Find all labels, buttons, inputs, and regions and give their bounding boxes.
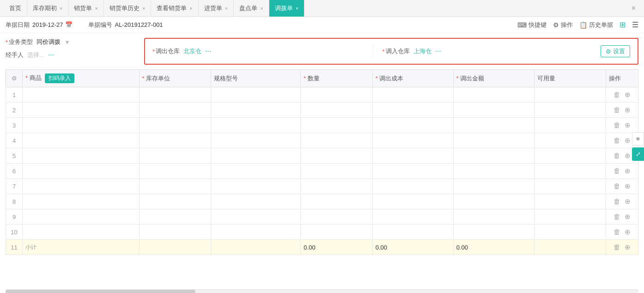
side-list-btn[interactable]: ≡ <box>632 132 644 146</box>
row-qty-cell[interactable] <box>301 103 372 118</box>
history-action[interactable]: 📋 历史单据 <box>579 21 613 29</box>
tab-sales-order[interactable]: 销货单 × <box>68 0 103 17</box>
handler-input[interactable]: 选择... <box>27 51 44 59</box>
tab-inventory-init-close[interactable]: × <box>60 6 62 11</box>
tab-inventory-init[interactable]: 库存期初 × <box>27 0 68 17</box>
row-copy-icon[interactable]: ⊕ <box>625 197 631 205</box>
row-cost-cell[interactable] <box>372 133 453 148</box>
table-gear-icon[interactable]: ⚙ <box>12 75 17 82</box>
subtotal-delete-icon[interactable]: 🗑 <box>614 243 620 251</box>
row-product-cell[interactable] <box>23 103 140 118</box>
row-unit-cell[interactable] <box>139 148 211 164</box>
row-qty-cell[interactable] <box>301 118 372 133</box>
row-qty-cell[interactable] <box>301 179 372 194</box>
tab-transfer-order-close[interactable]: × <box>296 6 298 11</box>
row-delete-icon[interactable]: 🗑 <box>614 213 620 220</box>
row-unit-cell[interactable] <box>139 118 211 133</box>
shortcut-action[interactable]: ⌨ 快捷键 <box>517 21 547 29</box>
row-product-cell[interactable] <box>23 87 140 103</box>
row-spec-cell[interactable] <box>211 209 301 225</box>
row-cost-cell[interactable] <box>372 118 453 133</box>
row-unit-cell[interactable] <box>139 103 211 118</box>
row-delete-icon[interactable]: 🗑 <box>614 182 620 190</box>
list-view-icon[interactable]: ☰ <box>632 20 638 29</box>
row-product-cell[interactable] <box>23 209 140 225</box>
row-amount-cell[interactable] <box>453 209 534 225</box>
row-unit-cell[interactable] <box>139 179 211 194</box>
row-qty-cell[interactable] <box>301 87 372 103</box>
row-spec-cell[interactable] <box>211 133 301 148</box>
row-copy-icon[interactable]: ⊕ <box>625 152 631 159</box>
row-amount-cell[interactable] <box>453 194 534 209</box>
row-spec-cell[interactable] <box>211 148 301 164</box>
row-spec-cell[interactable] <box>211 118 301 133</box>
row-product-cell[interactable] <box>23 164 140 179</box>
row-delete-icon[interactable]: 🗑 <box>614 106 620 114</box>
handler-more-icon[interactable]: ··· <box>48 51 54 59</box>
in-warehouse-more-icon[interactable]: ··· <box>435 47 441 55</box>
row-unit-cell[interactable] <box>139 133 211 148</box>
row-product-cell[interactable] <box>23 148 140 164</box>
row-cost-cell[interactable] <box>372 194 453 209</box>
subtotal-copy-icon[interactable]: ⊕ <box>625 243 631 251</box>
biz-type-value[interactable]: 同价调拨 <box>36 38 61 46</box>
row-unit-cell[interactable] <box>139 209 211 225</box>
row-qty-cell[interactable] <box>301 209 372 225</box>
doc-date-value[interactable]: 2019-12-27 <box>32 21 63 28</box>
warehouse-settings-btn[interactable]: ⚙ 设置 <box>601 45 630 57</box>
row-qty-cell[interactable] <box>301 194 372 209</box>
row-spec-cell[interactable] <box>211 87 301 103</box>
side-expand-btn[interactable]: ⤢ <box>632 147 644 161</box>
in-warehouse-value[interactable]: 上海仓 <box>413 47 431 55</box>
row-delete-icon[interactable]: 🗑 <box>614 152 620 159</box>
row-amount-cell[interactable] <box>453 87 534 103</box>
row-cost-cell[interactable] <box>372 103 453 118</box>
row-spec-cell[interactable] <box>211 164 301 179</box>
tab-transfer-order[interactable]: 调拨单 × <box>269 0 304 17</box>
out-warehouse-value[interactable]: 北京仓 <box>183 47 201 55</box>
row-copy-icon[interactable]: ⊕ <box>625 182 631 190</box>
row-spec-cell[interactable] <box>211 194 301 209</box>
row-product-cell[interactable] <box>23 225 140 240</box>
row-unit-cell[interactable] <box>139 194 211 209</box>
row-unit-cell[interactable] <box>139 225 211 240</box>
out-warehouse-more-icon[interactable]: ··· <box>205 47 211 55</box>
horizontal-scrollbar[interactable] <box>6 289 638 293</box>
tab-home[interactable]: 首页 <box>4 0 27 17</box>
row-amount-cell[interactable] <box>453 164 534 179</box>
row-copy-icon[interactable]: ⊕ <box>625 167 631 175</box>
row-unit-cell[interactable] <box>139 164 211 179</box>
row-amount-cell[interactable] <box>453 133 534 148</box>
row-delete-icon[interactable]: 🗑 <box>614 136 620 144</box>
row-cost-cell[interactable] <box>372 87 453 103</box>
row-cost-cell[interactable] <box>372 179 453 194</box>
row-copy-icon[interactable]: ⊕ <box>625 91 631 98</box>
tab-sales-history[interactable]: 销货单历史 × <box>104 0 151 17</box>
operations-action[interactable]: ⚙ 操作 <box>553 21 573 29</box>
row-delete-icon[interactable]: 🗑 <box>614 121 620 129</box>
row-copy-icon[interactable]: ⊕ <box>625 136 631 144</box>
row-spec-cell[interactable] <box>211 179 301 194</box>
row-delete-icon[interactable]: 🗑 <box>614 167 620 175</box>
grid-view-icon[interactable]: ⊞ <box>620 20 626 29</box>
tab-view-sales-close[interactable]: × <box>189 6 192 11</box>
row-cost-cell[interactable] <box>372 225 453 240</box>
row-amount-cell[interactable] <box>453 179 534 194</box>
row-product-cell[interactable] <box>23 133 140 148</box>
tab-purchase-order[interactable]: 进货单 × <box>199 0 234 17</box>
row-qty-cell[interactable] <box>301 148 372 164</box>
row-product-cell[interactable] <box>23 179 140 194</box>
row-product-cell[interactable] <box>23 118 140 133</box>
tab-inventory-count-close[interactable]: × <box>260 6 263 11</box>
row-unit-cell[interactable] <box>139 87 211 103</box>
row-cost-cell[interactable] <box>372 209 453 225</box>
scrollbar-thumb[interactable] <box>6 290 195 293</box>
row-product-cell[interactable] <box>23 194 140 209</box>
row-delete-icon[interactable]: 🗑 <box>614 91 620 98</box>
row-cost-cell[interactable] <box>372 164 453 179</box>
tab-sales-order-close[interactable]: × <box>95 6 97 11</box>
row-copy-icon[interactable]: ⊕ <box>625 213 631 220</box>
window-close-btn[interactable]: × <box>627 4 640 12</box>
tab-sales-history-close[interactable]: × <box>142 6 145 11</box>
row-delete-icon[interactable]: 🗑 <box>614 197 620 205</box>
